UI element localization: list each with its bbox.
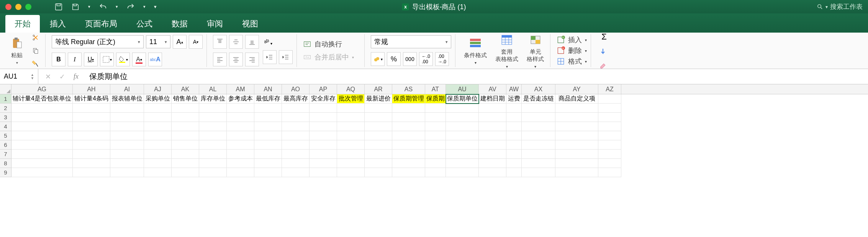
orientation-button[interactable]: ab▾	[263, 37, 293, 46]
cell-AT4[interactable]	[425, 122, 446, 131]
cell-AT8[interactable]	[425, 159, 446, 168]
cell-AZ7[interactable]	[598, 150, 621, 159]
cell-AO7[interactable]	[282, 150, 310, 159]
cell-AG4[interactable]	[11, 122, 73, 131]
column-header-AH[interactable]: AH	[73, 84, 110, 94]
cell-AY8[interactable]	[555, 159, 598, 168]
cell-AV9[interactable]	[479, 168, 506, 177]
column-header-AU[interactable]: AU	[446, 84, 479, 94]
cell-AH8[interactable]	[73, 159, 110, 168]
cell-AQ5[interactable]	[337, 131, 365, 140]
cell-AZ8[interactable]	[598, 159, 621, 168]
cell-AY9[interactable]	[555, 168, 598, 177]
cell-AS9[interactable]	[392, 168, 425, 177]
column-header-AL[interactable]: AL	[199, 84, 227, 94]
cell-AQ6[interactable]	[337, 140, 365, 150]
row-header-5[interactable]: 5	[0, 131, 11, 140]
cell-AS2[interactable]	[392, 104, 425, 113]
font-name-dropdown[interactable]: 等线 Regular (正文)▾	[52, 35, 144, 48]
cell-AM1[interactable]: 参考成本	[227, 94, 254, 104]
cell-AV5[interactable]	[479, 131, 506, 140]
cell-AR5[interactable]	[365, 131, 392, 140]
cell-AS1[interactable]: 保质期管理	[392, 94, 425, 104]
tab-insert[interactable]: 插入	[41, 15, 75, 33]
cell-AL3[interactable]	[199, 113, 227, 122]
cell-AG1[interactable]: 辅计量4是否包装单位	[11, 94, 73, 104]
cell-AJ9[interactable]	[144, 168, 172, 177]
autosum-button[interactable]: Σ	[597, 31, 611, 43]
cell-AX9[interactable]	[522, 168, 555, 177]
cell-AK1[interactable]: 销售单位	[172, 94, 199, 104]
cell-AP5[interactable]	[310, 131, 337, 140]
cell-AK5[interactable]	[172, 131, 199, 140]
cell-AZ9[interactable]	[598, 168, 621, 177]
cell-AT5[interactable]	[425, 131, 446, 140]
align-left-button[interactable]	[213, 53, 227, 66]
cell-AW1[interactable]: 运费	[506, 94, 522, 104]
cell-AV8[interactable]	[479, 159, 506, 168]
cell-AS3[interactable]	[392, 113, 425, 122]
column-header-AT[interactable]: AT	[425, 84, 446, 94]
tab-home[interactable]: 开始	[5, 15, 40, 33]
cell-AL4[interactable]	[199, 122, 227, 131]
cell-AX2[interactable]	[522, 104, 555, 113]
number-format-dropdown[interactable]: 常规▾	[371, 35, 451, 48]
cell-AK3[interactable]	[172, 113, 199, 122]
cell-AS8[interactable]	[392, 159, 425, 168]
cell-AQ3[interactable]	[337, 113, 365, 122]
cell-AK8[interactable]	[172, 159, 199, 168]
cell-AK9[interactable]	[172, 168, 199, 177]
row-header-1[interactable]: 1	[0, 94, 11, 104]
cell-AU9[interactable]	[446, 168, 479, 177]
cell-AG5[interactable]	[11, 131, 73, 140]
cell-AP6[interactable]	[310, 140, 337, 150]
cell-AQ4[interactable]	[337, 122, 365, 131]
cell-AS6[interactable]	[392, 140, 425, 150]
cell-AV1[interactable]: 建档日期	[479, 94, 506, 104]
cell-AI4[interactable]	[110, 122, 144, 131]
cell-AR4[interactable]	[365, 122, 392, 131]
clear-button[interactable]	[597, 60, 609, 70]
name-box[interactable]: AU1 ▲▼	[0, 69, 38, 84]
cell-AY6[interactable]	[555, 140, 598, 150]
cell-AM5[interactable]	[227, 131, 254, 140]
cell-AH2[interactable]	[73, 104, 110, 113]
align-bottom-button[interactable]	[245, 35, 259, 49]
cell-AI9[interactable]	[110, 168, 144, 177]
cell-AN3[interactable]	[254, 113, 282, 122]
merge-center-button[interactable]: 合并后居中 ▾	[303, 53, 360, 62]
cell-AI6[interactable]	[110, 140, 144, 150]
cell-AJ6[interactable]	[144, 140, 172, 150]
redo-icon[interactable]	[126, 3, 135, 11]
cell-AV4[interactable]	[479, 122, 506, 131]
cell-AY1[interactable]: 商品自定义项	[555, 94, 598, 104]
cell-AN5[interactable]	[254, 131, 282, 140]
cell-AI3[interactable]	[110, 113, 144, 122]
cell-AJ7[interactable]	[144, 150, 172, 159]
cell-AJ2[interactable]	[144, 104, 172, 113]
cell-AX7[interactable]	[522, 150, 555, 159]
tab-data[interactable]: 数据	[162, 15, 197, 33]
tab-view[interactable]: 视图	[233, 15, 267, 33]
tab-layout[interactable]: 页面布局	[76, 15, 126, 33]
column-header-AI[interactable]: AI	[110, 84, 144, 94]
decrease-decimal-button[interactable]: .00→.0	[435, 52, 449, 66]
column-header-AN[interactable]: AN	[254, 84, 282, 94]
cell-AP2[interactable]	[310, 104, 337, 113]
column-header-AW[interactable]: AW	[506, 84, 522, 94]
cell-AP7[interactable]	[310, 150, 337, 159]
cell-AI7[interactable]	[110, 150, 144, 159]
cell-AP9[interactable]	[310, 168, 337, 177]
cell-AJ3[interactable]	[144, 113, 172, 122]
column-header-AO[interactable]: AO	[282, 84, 310, 94]
cell-AS5[interactable]	[392, 131, 425, 140]
save-icon[interactable]	[71, 3, 80, 11]
cell-AW9[interactable]	[506, 168, 522, 177]
cell-AG3[interactable]	[11, 113, 73, 122]
cell-AN2[interactable]	[254, 104, 282, 113]
decrease-font-button[interactable]: A▾	[189, 35, 203, 49]
format-painter-button[interactable]	[30, 59, 41, 69]
cell-AZ6[interactable]	[598, 140, 621, 150]
cell-AZ3[interactable]	[598, 113, 621, 122]
row-header-9[interactable]: 9	[0, 168, 11, 177]
